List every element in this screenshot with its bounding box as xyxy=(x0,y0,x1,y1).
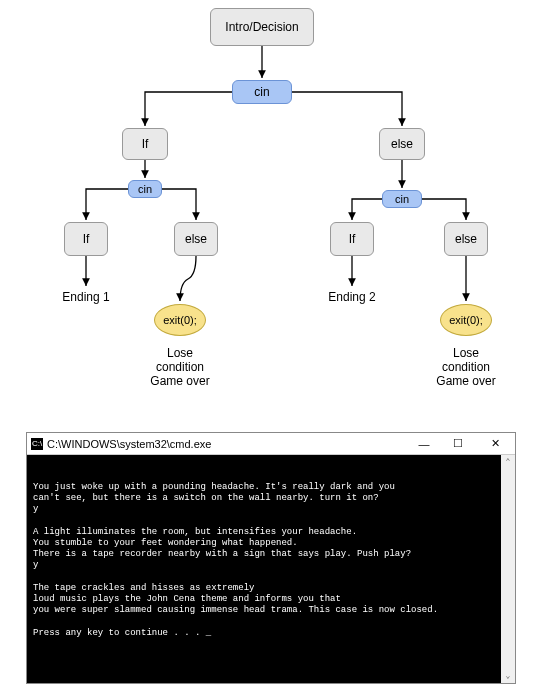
node-label: If xyxy=(83,232,90,246)
scroll-up-icon[interactable]: ⌃ xyxy=(501,455,515,469)
node-label: exit(0); xyxy=(163,314,197,326)
node-else-left-right: else xyxy=(174,222,218,256)
node-label: else xyxy=(391,137,413,151)
terminal-body[interactable]: You just woke up with a pounding headach… xyxy=(27,455,515,683)
node-exit-left: exit(0); xyxy=(154,304,206,336)
maximize-button[interactable]: ☐ xyxy=(441,433,475,455)
node-label: else xyxy=(185,232,207,246)
node-if-left: If xyxy=(122,128,168,160)
node-if-left-left: If xyxy=(64,222,108,256)
node-cin-left: cin xyxy=(128,180,162,198)
node-label: else xyxy=(455,232,477,246)
terminal-scrollbar[interactable]: ⌃ ⌄ xyxy=(501,455,515,683)
close-button[interactable]: ✕ xyxy=(475,433,515,455)
node-label: cin xyxy=(254,85,269,99)
node-exit-right: exit(0); xyxy=(440,304,492,336)
node-else-right-right: else xyxy=(444,222,488,256)
minimize-icon: — xyxy=(419,438,430,450)
node-cin-right: cin xyxy=(382,190,422,208)
node-label: cin xyxy=(138,183,152,195)
node-cin-top: cin xyxy=(232,80,292,104)
terminal-titlebar[interactable]: C:\ C:\WINDOWS\system32\cmd.exe — ☐ ✕ xyxy=(27,433,515,455)
node-label: If xyxy=(142,137,149,151)
cmd-icon: C:\ xyxy=(31,438,43,450)
node-label: Intro/Decision xyxy=(225,20,298,34)
node-intro-decision: Intro/Decision xyxy=(210,8,314,46)
terminal-title: C:\WINDOWS\system32\cmd.exe xyxy=(47,438,407,450)
cmd-icon-text: C:\ xyxy=(32,439,42,448)
maximize-icon: ☐ xyxy=(453,437,463,450)
terminal-text: You just woke up with a pounding headach… xyxy=(33,482,509,640)
label-ending-2: Ending 2 xyxy=(320,290,384,304)
node-label: cin xyxy=(395,193,409,205)
node-if-right-left: If xyxy=(330,222,374,256)
node-else-right: else xyxy=(379,128,425,160)
scroll-down-icon[interactable]: ⌄ xyxy=(501,669,515,683)
flowchart-diagram: Intro/Decision cin If else cin cin If el… xyxy=(0,0,542,420)
minimize-button[interactable]: — xyxy=(407,433,441,455)
node-label: If xyxy=(349,232,356,246)
close-icon: ✕ xyxy=(491,437,500,450)
label-ending-1: Ending 1 xyxy=(54,290,118,304)
label-lose-left: Lose condition Game over xyxy=(147,346,213,388)
label-lose-right: Lose condition Game over xyxy=(433,346,499,388)
terminal-window: C:\ C:\WINDOWS\system32\cmd.exe — ☐ ✕ Yo… xyxy=(26,432,516,684)
node-label: exit(0); xyxy=(449,314,483,326)
